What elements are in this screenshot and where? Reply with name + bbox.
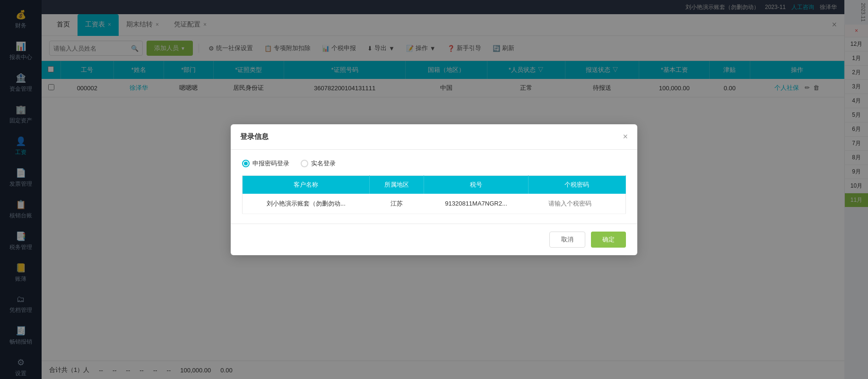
confirm-button[interactable]: 确定 <box>591 232 626 248</box>
modal-close-button[interactable]: × <box>623 132 628 142</box>
radio-realname-label: 实名登录 <box>311 159 336 168</box>
modal-footer: 取消 确定 <box>231 224 637 255</box>
radio-password-login[interactable]: 申报密码登录 <box>242 159 289 168</box>
inner-cell-tax-id: 91320811MA7NGR2... <box>424 194 529 214</box>
radio-circle-password <box>242 160 250 167</box>
cancel-button[interactable]: 取消 <box>549 232 585 248</box>
modal-overlay: 登录信息 × 申报密码登录 实名登录 <box>0 0 868 379</box>
radio-realname-login[interactable]: 实名登录 <box>301 159 336 168</box>
inner-cell-tax-password[interactable] <box>528 194 625 214</box>
login-info-table: 客户名称 所属地区 税号 个税密码 刘小艳演示账套（勿删勿动... 江苏 913… <box>242 175 626 214</box>
modal-title: 登录信息 <box>240 132 269 141</box>
inner-cell-customer: 刘小艳演示账套（勿删勿动... <box>243 194 370 214</box>
modal-header: 登录信息 × <box>231 124 637 150</box>
radio-password-label: 申报密码登录 <box>252 159 289 168</box>
inner-th-customer: 客户名称 <box>243 175 370 194</box>
login-type-radio-group: 申报密码登录 实名登录 <box>242 159 626 168</box>
login-info-modal: 登录信息 × 申报密码登录 实名登录 <box>231 124 637 255</box>
modal-body: 申报密码登录 实名登录 客户名称 所属地区 税号 个税密码 <box>231 150 637 224</box>
inner-cell-region: 江苏 <box>370 194 424 214</box>
inner-th-tax-id: 税号 <box>424 175 529 194</box>
inner-table-row: 刘小艳演示账套（勿删勿动... 江苏 91320811MA7NGR2... <box>243 194 626 214</box>
radio-circle-realname <box>301 160 308 167</box>
inner-th-tax-password: 个税密码 <box>528 175 625 194</box>
inner-th-region: 所属地区 <box>370 175 424 194</box>
tax-password-input[interactable] <box>548 200 605 207</box>
